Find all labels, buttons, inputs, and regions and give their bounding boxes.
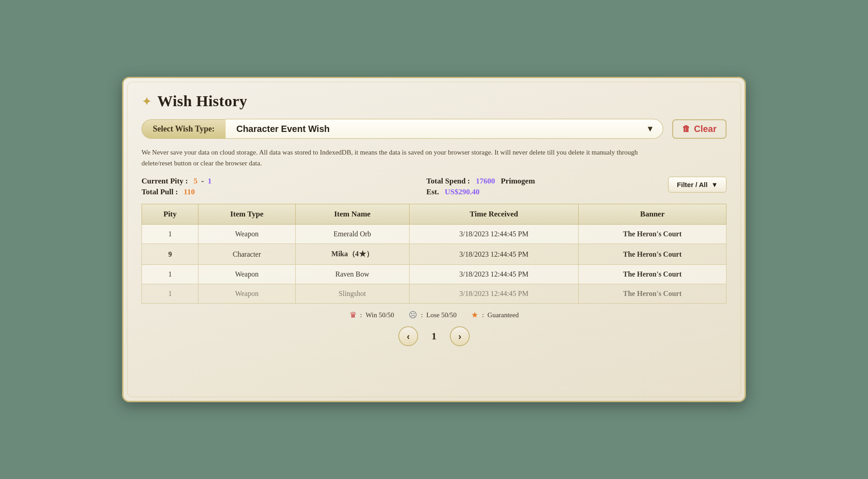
lose-separator: : [421, 311, 423, 319]
cell-item-type: Weapon [198, 265, 295, 284]
wish-table: Pity Item Type Item Name Time Received B… [142, 204, 726, 304]
filter-area: Filter / All ▼ [668, 177, 726, 193]
cell-pity: 9 [142, 244, 198, 265]
next-icon: › [458, 331, 462, 342]
sparkle-icon: ✦ [142, 94, 152, 109]
total-pull-value: 110 [184, 188, 195, 196]
current-pity-label: Current Pity : [142, 177, 188, 185]
est-value: US$290.40 [445, 188, 480, 196]
cell-item-name: Slingshot [295, 284, 409, 304]
clear-button-label: Clear [694, 124, 717, 134]
stats-left: Current Pity : 5 - 1 Total Pull : 110 [142, 177, 212, 197]
prev-icon: ‹ [407, 331, 410, 342]
current-pity-value1: 5 [193, 177, 198, 185]
cell-time-received: 3/18/2023 12:44:45 PM [410, 284, 579, 304]
current-pity-line: Current Pity : 5 - 1 [142, 177, 212, 186]
win-icon: ♛ [349, 310, 357, 320]
col-header-pity: Pity [142, 204, 198, 225]
cell-time-received: 3/18/2023 12:44:45 PM [410, 244, 579, 265]
cell-item-name: Emerald Orb [295, 225, 409, 244]
total-spend-unit: Primogem [501, 177, 535, 185]
clear-button[interactable]: 🗑 Clear [672, 119, 726, 139]
est-line: Est. US$290.40 [426, 188, 535, 197]
table-row: 1WeaponEmerald Orb3/18/2023 12:44:45 PMT… [142, 225, 726, 244]
guaranteed-separator: : [482, 311, 484, 319]
cell-item-name: Mika（4★） [295, 244, 409, 265]
table-row: 1WeaponSlingshot3/18/2023 12:44:45 PMThe… [142, 284, 726, 304]
lose-icon: ☹ [409, 310, 417, 320]
trash-icon: 🗑 [682, 124, 690, 134]
col-header-banner: Banner [579, 204, 726, 225]
wish-type-select-wrapper: Beginner Wish Standard Wish Character Ev… [226, 119, 663, 139]
page-title: Wish History [157, 93, 247, 110]
cell-time-received: 3/18/2023 12:44:45 PM [410, 265, 579, 284]
table-row: 9CharacterMika（4★）3/18/2023 12:44:45 PMT… [142, 244, 726, 265]
col-header-time: Time Received [410, 204, 579, 225]
pity-separator: - [201, 177, 204, 185]
filter-button-label: Filter / All [677, 181, 708, 188]
current-page-number: 1 [427, 330, 441, 342]
prev-page-button[interactable]: ‹ [398, 326, 418, 346]
legend-guaranteed: ★ : Guaranteed [471, 310, 519, 320]
cell-banner: The Heron's Court [579, 265, 726, 284]
info-text: We Never save your data on cloud storage… [142, 147, 639, 169]
cell-item-name: Raven Bow [295, 265, 409, 284]
col-header-item-type: Item Type [198, 204, 295, 225]
wish-type-row: Select Wish Type: Beginner Wish Standard… [142, 119, 726, 139]
cell-pity: 1 [142, 284, 198, 304]
next-page-button[interactable]: › [450, 326, 470, 346]
cell-item-type: Weapon [198, 284, 295, 304]
cell-pity: 1 [142, 225, 198, 244]
table-row: 1WeaponRaven Bow3/18/2023 12:44:45 PMThe… [142, 265, 726, 284]
stats-row: Current Pity : 5 - 1 Total Pull : 110 To… [142, 177, 726, 197]
guaranteed-icon: ★ [471, 310, 478, 320]
wish-type-select[interactable]: Beginner Wish Standard Wish Character Ev… [226, 119, 663, 139]
total-spend-value: 17600 [476, 177, 495, 185]
cell-item-type: Weapon [198, 225, 295, 244]
total-pull-label: Total Pull : [142, 188, 178, 196]
current-pity-value2: 1 [208, 177, 212, 185]
win-label: Win 50/50 [366, 311, 394, 319]
cell-banner: The Heron's Court [579, 244, 726, 265]
win-separator: : [360, 311, 362, 319]
filter-chevron-icon: ▼ [711, 181, 718, 188]
wish-type-label: Select Wish Type: [142, 119, 226, 139]
legend-win: ♛ : Win 50/50 [349, 310, 394, 320]
total-pull-line: Total Pull : 110 [142, 188, 212, 197]
guaranteed-label: Guaranteed [487, 311, 519, 319]
pagination-row: ‹ 1 › [142, 326, 726, 346]
total-spend-label: Total Spend : [426, 177, 470, 185]
legend-row: ♛ : Win 50/50 ☹ : Lose 50/50 ★ : Guarant… [142, 310, 726, 320]
col-header-item-name: Item Name [295, 204, 409, 225]
cell-time-received: 3/18/2023 12:44:45 PM [410, 225, 579, 244]
wish-history-panel: ✦ Wish History Select Wish Type: Beginne… [122, 77, 746, 402]
legend-lose: ☹ : Lose 50/50 [409, 310, 457, 320]
panel-title-row: ✦ Wish History [142, 93, 726, 110]
cell-item-type: Character [198, 244, 295, 265]
table-header-row: Pity Item Type Item Name Time Received B… [142, 204, 726, 225]
stats-center: Total Spend : 17600 Primogem Est. US$290… [426, 177, 535, 197]
filter-button[interactable]: Filter / All ▼ [668, 177, 726, 193]
cell-banner: The Heron's Court [579, 225, 726, 244]
est-label: Est. [426, 188, 439, 196]
cell-pity: 1 [142, 265, 198, 284]
lose-label: Lose 50/50 [426, 311, 457, 319]
cell-banner: The Heron's Court [579, 284, 726, 304]
total-spend-line: Total Spend : 17600 Primogem [426, 177, 535, 186]
